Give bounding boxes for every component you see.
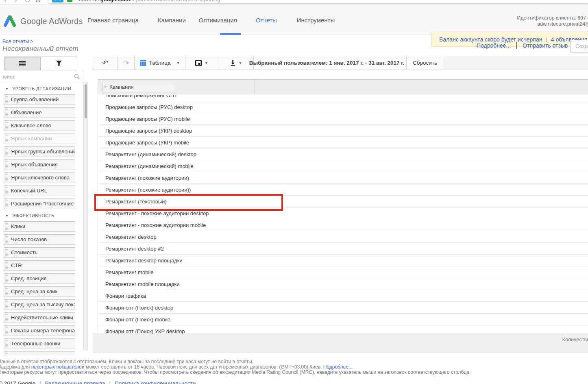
filter-toggle-button[interactable] bbox=[41, 57, 77, 70]
sidebar-field-chip[interactable]: Объявление bbox=[4, 107, 75, 118]
row-count-label: Количество bbox=[562, 337, 588, 343]
client-id-line1: Идентификатор клиента: 697-0 bbox=[517, 15, 588, 21]
chevron-down-icon: ▼ bbox=[176, 61, 180, 65]
more-details-link[interactable]: Подробнее... bbox=[477, 42, 511, 49]
table-row[interactable]: Ремаркетинг (динамический) mobile bbox=[98, 160, 588, 172]
chart-type-button[interactable]: Таблица ▼ bbox=[134, 56, 185, 70]
sidebar-field-chip[interactable]: Группа объявлений bbox=[4, 94, 75, 105]
segment-button[interactable]: ▼ bbox=[185, 56, 218, 70]
adwords-logo-icon bbox=[3, 15, 16, 27]
table-row[interactable]: Ремаркетинг - похожие аудитории desktop bbox=[98, 207, 588, 219]
table-row-highlighted[interactable]: Ремаркетинг (текстовый) bbox=[98, 196, 588, 207]
table-row[interactable]: Фонари графика bbox=[98, 290, 588, 302]
nav-campaigns[interactable]: Кампании bbox=[158, 17, 186, 24]
legal-separator: | bbox=[109, 380, 111, 384]
sidebar-field-chip[interactable]: Ключевое слово bbox=[4, 120, 75, 131]
sidebar-field-chip[interactable]: Ярлык группы объявлений bbox=[4, 146, 75, 157]
table-body: Поисковый ремаркетинг ОПТПродающие запро… bbox=[98, 95, 588, 334]
table-row[interactable]: Ремаркетинг (динамический) desktop bbox=[98, 148, 588, 160]
redo-button[interactable]: ↷ bbox=[118, 56, 135, 70]
legal-link[interactable]: Политика конфиденциальности bbox=[115, 380, 196, 384]
legal-separator: | bbox=[39, 380, 41, 384]
sidebar-field-chip[interactable]: Расширения "Расстояние bbox=[4, 199, 75, 209]
nav-optimization[interactable]: Оптимизация bbox=[199, 17, 237, 24]
campaign-column-chip[interactable]: Кампания bbox=[102, 82, 173, 92]
search-input[interactable] bbox=[0, 71, 73, 82]
sidebar-scrollbar-thumb[interactable] bbox=[85, 84, 87, 118]
sidebar-field-chip[interactable]: Показы номера телефона bbox=[4, 325, 75, 336]
sidebar-field-chip[interactable]: Стоимость bbox=[4, 247, 75, 258]
browser-back-icon[interactable]: ‹ bbox=[0, 0, 11, 3]
table-row[interactable]: Ремаркетинг (похожие аудитории) bbox=[98, 172, 588, 184]
legal-link[interactable]: Редакционные правила bbox=[45, 380, 105, 384]
browser-refresh-icon[interactable] bbox=[25, 0, 30, 2]
list-view-toggle-button[interactable] bbox=[4, 57, 41, 70]
breadcrumb-all-reports-link[interactable]: Все отчеты > bbox=[2, 39, 33, 44]
nav-reports[interactable]: Отчеты bbox=[256, 17, 277, 24]
sidebar-field-chip[interactable]: Клики bbox=[4, 221, 75, 232]
green-extension-icon[interactable] bbox=[67, 0, 72, 2]
sidebar-field-chip[interactable]: Ярлык объявления bbox=[4, 159, 75, 170]
date-range-selector[interactable]: Выбранный пользователем: 1 янв. 2017 г. … bbox=[253, 56, 407, 70]
sidebar-field-chip[interactable]: Сред. цена за клик bbox=[4, 286, 75, 297]
sidebar-section-performance[interactable]: ▼ЭФФЕКТИВНОСТЬ bbox=[5, 213, 83, 218]
table-row[interactable]: Ремаркетинг mobile площадки bbox=[98, 278, 588, 290]
sidebar-section-title: УРОВЕНЬ ДЕТАЛИЗАЦИИ bbox=[12, 86, 71, 91]
table-row[interactable]: Фонари опт (Поиск) УКР desktop bbox=[98, 325, 588, 334]
column-divider bbox=[255, 80, 255, 94]
nav-home[interactable]: Главная страница bbox=[87, 17, 139, 24]
chevron-down-icon: ▼ bbox=[5, 214, 9, 218]
browser-forward-icon[interactable]: › bbox=[11, 0, 21, 3]
table-rows: Поисковый ремаркетинг ОПТПродающие запро… bbox=[98, 95, 588, 334]
table-row[interactable]: Ремаркетинг desktop bbox=[98, 231, 588, 243]
save-button[interactable]: Сохра bbox=[570, 40, 588, 53]
browser-chrome: ‹ › VPN adwords.google.com/reports/advan… bbox=[0, 0, 588, 4]
metrics-link[interactable]: некоторых показателей bbox=[31, 364, 85, 370]
table-row[interactable]: Фонари опт (Поиск) mobile bbox=[98, 314, 588, 325]
nav-tools[interactable]: Инструменты bbox=[297, 17, 335, 24]
table-row[interactable]: Ремаркетинг desktop #2 bbox=[98, 243, 588, 255]
sidebar-field-chip[interactable] bbox=[4, 351, 75, 356]
sidebar-section-detail-level[interactable]: ▼УРОВЕНЬ ДЕТАЛИЗАЦИИ bbox=[5, 86, 83, 91]
table-row[interactable]: Ремаркетинг (похожие аудитории)) bbox=[98, 184, 588, 196]
footer-note-3: Некоторые ресурсы могут предоставляться … bbox=[0, 370, 588, 375]
sidebar-field-chip[interactable]: Сред. позиция bbox=[4, 273, 75, 284]
sidebar-field-chip[interactable]: CTR bbox=[4, 260, 75, 271]
reset-button[interactable]: Сбросить bbox=[406, 56, 444, 70]
browser-address-bar[interactable]: VPN adwords.google.com/reports/advanced/… bbox=[48, 0, 588, 4]
table-row[interactable]: Ремаркетинг - похожие аудитории mobile bbox=[98, 219, 588, 231]
browser-apps-grid-icon[interactable] bbox=[36, 0, 40, 2]
table-row[interactable]: Ремаркетинг desktop площадки bbox=[98, 255, 588, 266]
report-toolbar: ↶ ↷ Таблица ▼ ▼ ▼ Выбранны bbox=[93, 56, 588, 70]
sidebar-field-chip[interactable]: Телефонные звонки bbox=[4, 338, 75, 349]
table-row[interactable]: Поисковый ремаркетинг ОПТ bbox=[98, 95, 588, 101]
learn-more-link[interactable]: Подробнее... bbox=[323, 364, 353, 370]
sidebar-scrollbar[interactable] bbox=[83, 82, 88, 350]
sidebar-field-chip[interactable]: Конечный URL bbox=[4, 185, 75, 196]
sidebar-field-chip[interactable]: Недействительные клики bbox=[4, 312, 75, 323]
filter-funnel-icon bbox=[56, 60, 62, 67]
header-actions: Подробнее... Отправить отзыв bbox=[477, 42, 568, 49]
undo-button[interactable]: ↶ bbox=[93, 56, 118, 70]
sidebar-field-chip[interactable]: Ярлык кампании bbox=[4, 133, 75, 144]
sidebar-field-chip[interactable]: Ярлык ключевого слова bbox=[4, 172, 75, 183]
table-row[interactable]: Продающие запросы (РУС) mobile bbox=[98, 113, 588, 125]
sidebar-search bbox=[0, 71, 83, 82]
main-nav: Главная страницаКампанииОптимизацияОтчет… bbox=[87, 5, 335, 35]
adwords-report-page: ‹ › VPN adwords.google.com/reports/advan… bbox=[0, 0, 588, 384]
vpn-extension-icon[interactable]: VPN bbox=[52, 0, 63, 2]
send-feedback-link[interactable]: Отправить отзыв bbox=[523, 42, 568, 49]
list-icon bbox=[19, 61, 26, 66]
table-row[interactable]: Фонари опт (Поиск) desktop bbox=[98, 302, 588, 314]
table-row[interactable]: Продающие запросы (УКР) desktop bbox=[98, 125, 588, 137]
table-row[interactable]: Ремаркетинг mobile bbox=[98, 266, 588, 278]
undo-icon: ↶ bbox=[102, 59, 108, 68]
table-row[interactable]: Продающие запросы (УКР) mobile bbox=[98, 137, 588, 148]
app-header: Google AdWords Главная страницаКампанииО… bbox=[0, 5, 588, 35]
sidebar-field-chip[interactable]: Сред. цена за тысячу пока bbox=[4, 299, 75, 310]
page-footer: Данные в отчетах отображаются с отставан… bbox=[0, 356, 588, 384]
page-title: Несохраненный отчет bbox=[2, 45, 78, 53]
table-row[interactable]: Продающие запросы (РУС) desktop bbox=[98, 101, 588, 113]
sidebar-field-chip[interactable]: Число показов bbox=[4, 234, 75, 245]
download-button[interactable]: ▼ bbox=[218, 56, 254, 70]
